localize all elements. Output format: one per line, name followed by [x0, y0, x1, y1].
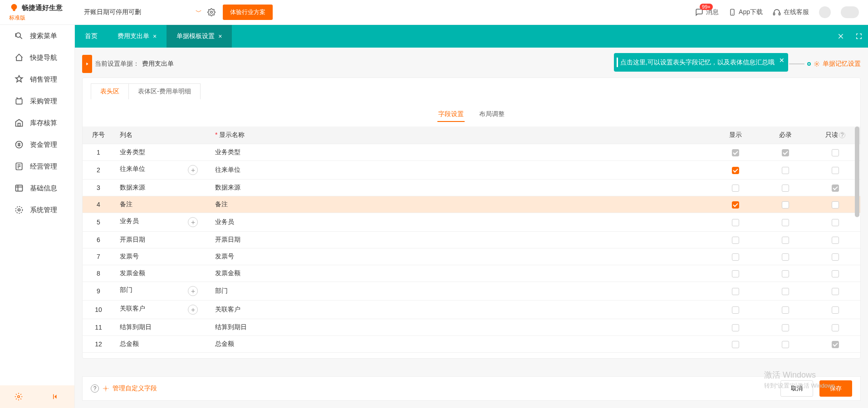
checkbox[interactable]	[782, 219, 789, 226]
tab-close-button[interactable]	[832, 25, 850, 48]
checkbox[interactable]	[732, 288, 739, 295]
add-icon[interactable]: ＋	[188, 305, 198, 315]
table-row[interactable]: 2往来单位＋往来单位	[83, 161, 860, 180]
custom-fields-link[interactable]: 管理自定义字段	[113, 384, 157, 393]
cell-disp[interactable]: 部门	[210, 282, 711, 301]
table-row[interactable]: 1业务类型业务类型	[83, 144, 860, 161]
checkbox[interactable]	[832, 149, 839, 156]
checkbox[interactable]	[832, 167, 839, 174]
checkbox[interactable]	[782, 201, 789, 209]
add-icon[interactable]: ＋	[188, 165, 198, 175]
add-icon[interactable]: ＋	[188, 286, 198, 296]
industry-cta-button[interactable]: 体验行业方案	[223, 5, 273, 20]
checkbox[interactable]	[782, 167, 789, 174]
cell-disp[interactable]: 业务员	[210, 213, 711, 232]
checkbox[interactable]	[732, 237, 739, 244]
checkbox[interactable]	[832, 219, 839, 226]
tooltip-close-icon[interactable]: ✕	[779, 56, 785, 65]
cell-disp[interactable]: 往来单位	[210, 161, 711, 180]
add-icon[interactable]: ＋	[188, 217, 198, 227]
checkbox[interactable]	[832, 270, 839, 277]
cell-disp[interactable]: 总金额	[210, 336, 711, 353]
checkbox[interactable]	[832, 201, 839, 209]
table-row[interactable]: 10关联客户＋关联客户	[83, 301, 860, 319]
checkbox[interactable]	[782, 288, 789, 295]
cell-disp[interactable]: 业务类型	[210, 144, 711, 161]
checkbox[interactable]	[782, 324, 789, 331]
sub-tab[interactable]: 字段设置	[437, 107, 465, 122]
cell-disp[interactable]: 发票金额	[210, 265, 711, 282]
sidebar-item-search[interactable]: 搜索菜单	[0, 25, 74, 47]
cell-disp[interactable]: 开票日期	[210, 232, 711, 248]
checkbox[interactable]	[782, 237, 789, 244]
online-service-button[interactable]: 在线客服	[773, 8, 809, 16]
table-row[interactable]: 3数据来源数据来源	[83, 180, 860, 196]
fullscreen-button[interactable]	[850, 25, 868, 48]
table-row[interactable]: 9部门＋部门	[83, 282, 860, 301]
save-button[interactable]: 保存	[819, 380, 852, 397]
checkbox[interactable]	[732, 341, 739, 348]
app-download-button[interactable]: App下载	[729, 8, 763, 16]
collapse-icon[interactable]	[51, 393, 60, 401]
checkbox[interactable]	[832, 324, 839, 331]
checkbox[interactable]	[732, 306, 739, 314]
table-row[interactable]: 12总金额总金额	[83, 336, 860, 353]
table-row[interactable]: 4备注备注	[83, 196, 860, 213]
sidebar-item-sales[interactable]: 销售管理	[0, 68, 74, 90]
cell-req	[760, 144, 810, 161]
checkbox[interactable]	[732, 253, 739, 261]
messages-button[interactable]: 消息 99+	[695, 8, 719, 16]
expand-handle[interactable]	[82, 55, 92, 73]
zone-tab[interactable]: 表体区-费用单明细	[129, 83, 201, 99]
checkbox[interactable]	[782, 253, 789, 261]
sidebar-item-operate[interactable]: 经营管理	[0, 155, 74, 177]
checkbox[interactable]	[832, 253, 839, 261]
sidebar-item-purchase[interactable]: 采购管理	[0, 90, 74, 112]
tab-单据模板设置[interactable]: 单据模板设置×	[167, 25, 232, 48]
table-row[interactable]: 11结算到期日结算到期日	[83, 319, 860, 336]
sidebar-item-quicknav[interactable]: 快捷导航	[0, 47, 74, 68]
checkbox[interactable]	[732, 324, 739, 331]
checkbox[interactable]	[782, 306, 789, 314]
scrollbar[interactable]	[855, 126, 859, 353]
table-row[interactable]: 8发票金额发票金额	[83, 265, 860, 282]
cancel-button[interactable]: 取消	[780, 380, 813, 397]
memo-settings-link[interactable]: 单据记忆设置	[789, 60, 861, 68]
sidebar-item-fund[interactable]: 资金管理	[0, 134, 74, 155]
tab-费用支出单[interactable]: 费用支出单×	[108, 25, 167, 48]
sub-tab[interactable]: 布局调整	[478, 107, 505, 122]
help-icon[interactable]: ?	[91, 384, 99, 393]
cell-disp[interactable]: 备注	[210, 196, 711, 213]
checkbox[interactable]	[782, 341, 789, 348]
checkbox[interactable]	[732, 185, 739, 192]
gear-icon[interactable]	[15, 393, 23, 401]
cell-disp[interactable]: 关联客户	[210, 301, 711, 319]
account-selector[interactable]: 开账日期可停用可删 ﹀	[84, 8, 202, 16]
cell-disp[interactable]: 发票号	[210, 248, 711, 265]
table-row[interactable]: 6开票日期开票日期	[83, 232, 860, 248]
checkbox[interactable]	[732, 167, 739, 174]
checkbox[interactable]	[832, 237, 839, 244]
checkbox[interactable]	[782, 185, 789, 192]
tab-首页[interactable]: 首页	[75, 25, 108, 48]
checkbox[interactable]	[732, 270, 739, 277]
checkbox[interactable]	[782, 270, 789, 277]
table-row[interactable]: 5业务员＋业务员	[83, 213, 860, 232]
cell-disp[interactable]: 数据来源	[210, 180, 711, 196]
sidebar-item-stock[interactable]: 库存核算	[0, 112, 74, 134]
avatar-small[interactable]	[819, 6, 831, 18]
checkbox[interactable]	[732, 219, 739, 226]
help-icon[interactable]: ?	[839, 132, 845, 138]
close-icon[interactable]: ×	[153, 33, 157, 40]
avatar[interactable]	[841, 6, 859, 18]
sidebar-item-base[interactable]: 基础信息	[0, 177, 74, 199]
checkbox[interactable]	[832, 288, 839, 295]
checkbox[interactable]	[832, 306, 839, 314]
cell-disp[interactable]: 结算到期日	[210, 319, 711, 336]
sidebar-item-system[interactable]: 系统管理	[0, 199, 74, 221]
close-icon[interactable]: ×	[218, 33, 222, 40]
checkbox[interactable]	[732, 201, 739, 209]
zone-tab[interactable]: 表头区	[91, 83, 129, 99]
table-row[interactable]: 7发票号发票号	[83, 248, 860, 265]
account-settings-icon[interactable]	[207, 8, 216, 16]
